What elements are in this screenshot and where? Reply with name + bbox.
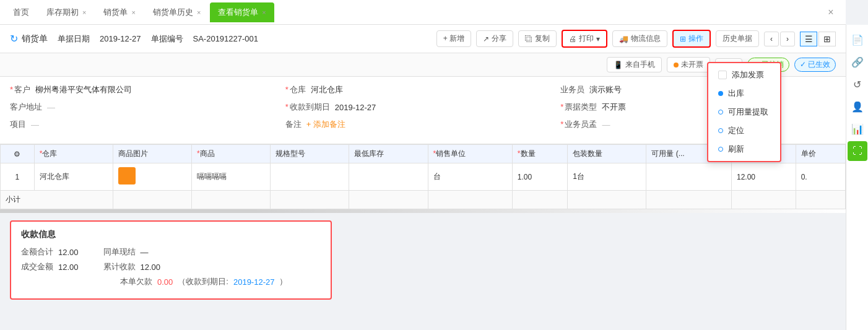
tab-view-sales-close[interactable]: × — [262, 9, 266, 16]
address-value: — — [47, 103, 55, 112]
from-phone-label: 来自手机 — [625, 59, 655, 70]
product-image — [118, 167, 136, 185]
scroll-hint — [0, 209, 846, 213]
same-order-item: 同单现结 — — [103, 246, 149, 258]
date-value: 2019-12-27 — [100, 34, 141, 43]
history-button[interactable]: 历史单据 — [716, 30, 759, 47]
outbound-icon — [718, 91, 723, 96]
refresh-item[interactable]: 刷新 — [708, 140, 780, 158]
transaction-label: 成交金额 — [21, 261, 53, 272]
prev-button[interactable]: ‹ — [764, 32, 779, 46]
row-unit: 台 — [428, 163, 512, 191]
subtotal-col6 — [428, 191, 512, 209]
doc-actions: + 新增 ↗ 分享 ⿻ 复制 🖨 打印 ▾ 🚚 物流信息 ⊞ 操作 — [436, 30, 836, 48]
copy-icon: ⿻ — [525, 35, 532, 43]
col-image: 商品图片 — [113, 145, 191, 163]
sidebar-link-icon[interactable]: 🔗 — [848, 52, 867, 72]
add-invoice-icon — [718, 71, 727, 79]
tab-sales-close[interactable]: × — [131, 9, 135, 16]
customer-field: 客户 柳州粤港平安气体有限公司 — [10, 84, 285, 95]
tab-inventory-close[interactable]: × — [82, 9, 86, 16]
logistics-button[interactable]: 🚚 物流信息 — [612, 30, 667, 47]
subtotal-col10 — [731, 191, 796, 209]
print-button[interactable]: 🖨 打印 ▾ — [562, 30, 607, 48]
col-unit: *销售单位 — [428, 145, 512, 163]
subtotal-col5 — [349, 191, 428, 209]
add-note-button[interactable]: 添加备注 — [306, 119, 345, 130]
doc-icon: ↻ — [10, 33, 18, 45]
locate-label: 定位 — [728, 125, 744, 136]
subtotal-label: 小计 — [1, 191, 113, 209]
payment-row-2: 成交金额 12.00 累计收款 12.00 — [21, 261, 321, 272]
share-button[interactable]: ↗ 分享 — [476, 30, 513, 47]
payment-title: 收款信息 — [21, 229, 321, 240]
number-label: 单据编号 — [151, 33, 183, 45]
row-current-stock: 12.00 — [731, 163, 796, 191]
sidebar-user-icon[interactable]: 👤 — [848, 97, 867, 116]
new-button[interactable]: + 新增 — [436, 30, 471, 47]
tab-sales-history-close[interactable]: × — [197, 9, 201, 16]
row-image — [113, 163, 191, 191]
effective-label: 已生效 — [808, 60, 830, 69]
tab-sales[interactable]: 销货单 × — [95, 2, 143, 22]
outbound-label: 出库 — [728, 88, 744, 99]
sidebar-expand-icon[interactable]: ⛶ — [848, 141, 867, 161]
not-open-button[interactable]: 未开票 — [667, 57, 710, 72]
print-label: 打印 — [579, 33, 594, 44]
tab-sales-history[interactable]: 销货单历史 × — [145, 2, 209, 22]
close-all-button[interactable]: × — [821, 2, 841, 22]
view-list-button[interactable]: ☰ — [800, 32, 817, 46]
tab-view-sales[interactable]: 查看销货单 × — [210, 2, 274, 22]
tab-home-label: 首页 — [13, 7, 29, 18]
copy-button[interactable]: ⿻ 复制 — [518, 30, 557, 47]
from-phone-button[interactable]: 📱 来自手机 — [607, 57, 662, 72]
row-pack-qty: 1台 — [568, 163, 646, 191]
not-open-label: 未开票 — [681, 59, 703, 70]
doc-header: ↻ 销货单 单据日期 2019-12-27 单据编号 SA-20191227-0… — [0, 25, 846, 53]
row-spec — [271, 163, 349, 191]
table-row: 1 河北仓库 嗝嗝嗝嗝 台 1.00 1台 12.00 0. — [1, 163, 846, 191]
tab-home[interactable]: 首页 — [5, 2, 37, 22]
salesperson2-label: 业务员孟 — [560, 119, 597, 130]
same-order-value: — — [141, 248, 149, 257]
salesperson2-field: 业务员孟 — — [560, 119, 836, 130]
locate-item[interactable]: 定位 — [708, 121, 780, 140]
row-available — [646, 163, 732, 191]
doc-title: ↻ 销货单 — [10, 33, 48, 45]
warehouse-field: 仓库 河北仓库 — [285, 84, 561, 95]
salesperson-field: 业务员 演示账号 — [560, 84, 836, 95]
warehouse-value: 河北仓库 — [311, 84, 343, 95]
operations-button[interactable]: ⊞ 操作 — [672, 30, 711, 48]
view-grid-button[interactable]: ⊞ — [818, 32, 836, 46]
owe-item: 本单欠款 0.00 （收款到期日: 2019-12-27 ） — [21, 276, 287, 287]
customer-value: 柳州粤港平安气体有限公司 — [35, 84, 132, 95]
address-label: 客户地址 — [10, 102, 42, 113]
sidebar-refresh-icon[interactable]: ↺ — [848, 74, 867, 94]
next-button[interactable]: › — [780, 32, 795, 46]
add-invoice-label: 添加发票 — [732, 69, 764, 80]
project-value: — — [31, 120, 39, 129]
salesperson-value: 演示账号 — [589, 84, 622, 95]
tab-inventory[interactable]: 库存期初 × — [38, 2, 94, 22]
add-invoice-item[interactable]: 添加发票 — [708, 66, 780, 84]
not-open-dot — [674, 63, 679, 67]
bill-type-field: 票据类型 不开票 — [560, 102, 836, 113]
salesperson-label: 业务员 — [560, 84, 584, 95]
number-value: SA-20191227-001 — [193, 34, 259, 43]
total-value: 12.00 — [58, 248, 79, 257]
outbound-item[interactable]: 出库 — [708, 84, 780, 103]
date-label: 单据日期 — [58, 33, 90, 45]
same-order-label: 同单现结 — [103, 246, 136, 258]
cumulative-item: 累计收款 12.00 — [103, 261, 161, 272]
row-min-stock — [349, 163, 428, 191]
refresh-label: 刷新 — [728, 144, 744, 155]
owe-note: （收款到期日: — [178, 276, 228, 287]
note-label: 备注 — [285, 119, 302, 130]
sidebar-chart-icon[interactable]: 📊 — [848, 119, 867, 139]
available-fetch-item[interactable]: 可用量提取 — [708, 103, 780, 121]
phone-icon: 📱 — [614, 61, 623, 69]
sidebar-doc-icon[interactable]: 📄 — [848, 30, 867, 50]
bill-type-label: 票据类型 — [560, 102, 597, 113]
owe-value: 0.00 — [157, 277, 173, 287]
share-icon: ↗ — [483, 35, 489, 43]
